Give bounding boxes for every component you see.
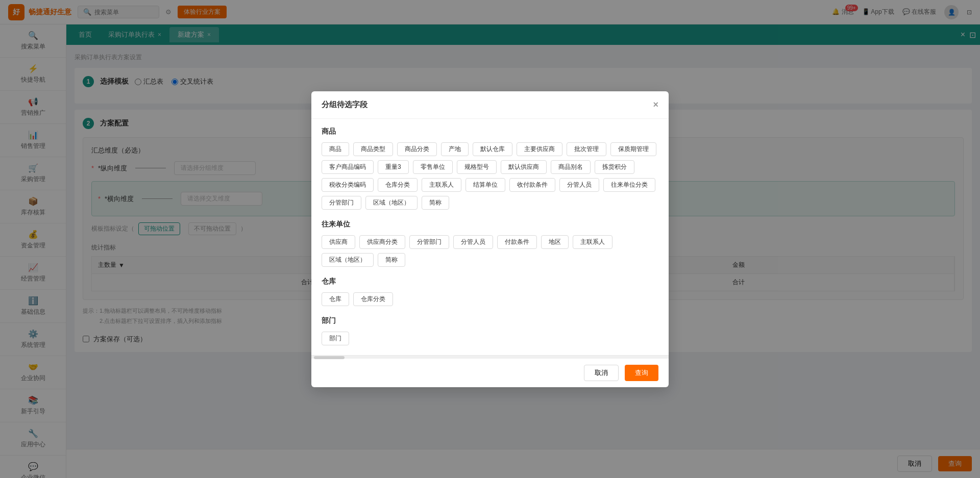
field-tag-default-supplier[interactable]: 默认供应商 bbox=[501, 160, 547, 174]
field-tag-warehouse[interactable]: 仓库 bbox=[322, 292, 349, 306]
field-tag-expiry-mgmt[interactable]: 保质期管理 bbox=[610, 142, 656, 156]
section-warehouse-title: 仓库 bbox=[322, 277, 658, 286]
field-tag-partner-category[interactable]: 往来单位分类 bbox=[603, 178, 655, 192]
field-tag-partner-payment[interactable]: 付款条件 bbox=[497, 235, 537, 249]
field-tag-manager[interactable]: 分管人员 bbox=[559, 178, 599, 192]
field-tag-tax-code[interactable]: 税收分类编码 bbox=[322, 178, 374, 192]
field-tag-warehouse-type[interactable]: 仓库分类 bbox=[353, 292, 393, 306]
field-tag-payment-terms[interactable]: 收付款条件 bbox=[509, 178, 555, 192]
field-tag-origin[interactable]: 产地 bbox=[441, 142, 469, 156]
field-tag-supplier-category[interactable]: 供应商分类 bbox=[359, 235, 405, 249]
section-partners-tags: 供应商 供应商分类 分管部门 分管人员 付款条件 地区 主联系人 区域（地区） … bbox=[322, 235, 658, 267]
section-department: 部门 部门 bbox=[322, 316, 658, 345]
field-tag-supplier[interactable]: 供应商 bbox=[322, 235, 355, 249]
section-warehouse-tags: 仓库 仓库分类 bbox=[322, 292, 658, 306]
field-tag-goods-type[interactable]: 商品类型 bbox=[353, 142, 393, 156]
modal-close-button[interactable]: × bbox=[653, 99, 658, 110]
field-tag-dept[interactable]: 分管部门 bbox=[322, 196, 361, 210]
field-tag-partner-short[interactable]: 简称 bbox=[378, 253, 405, 267]
scrollbar-thumb bbox=[314, 356, 345, 359]
field-tag-main-supplier[interactable]: 主要供应商 bbox=[517, 142, 562, 156]
field-tag-settlement-unit[interactable]: 结算单位 bbox=[465, 178, 505, 192]
field-tag-main-contact[interactable]: 主联系人 bbox=[422, 178, 461, 192]
section-department-tags: 部门 bbox=[322, 332, 658, 345]
field-tag-goods-category[interactable]: 商品分类 bbox=[397, 142, 437, 156]
field-tag-goods-alias[interactable]: 商品别名 bbox=[551, 160, 591, 174]
field-tag-retail-unit[interactable]: 零售单位 bbox=[413, 160, 453, 174]
field-selection-modal: 分组待选字段 × 商品 商品 商品类型 商品分类 产地 默认仓库 主要供应商 批… bbox=[311, 91, 669, 387]
field-tag-goods[interactable]: 商品 bbox=[322, 142, 349, 156]
section-department-title: 部门 bbox=[322, 316, 658, 325]
field-tag-department[interactable]: 部门 bbox=[322, 332, 349, 345]
modal-body[interactable]: 商品 商品 商品类型 商品分类 产地 默认仓库 主要供应商 批次管理 保质期管理… bbox=[311, 119, 669, 355]
section-partners-title: 往来单位 bbox=[322, 220, 658, 229]
modal-confirm-button[interactable]: 查询 bbox=[625, 365, 658, 381]
field-tag-partner-dept[interactable]: 分管部门 bbox=[409, 235, 449, 249]
section-partners: 往来单位 供应商 供应商分类 分管部门 分管人员 付款条件 地区 主联系人 区域… bbox=[322, 220, 658, 267]
section-goods: 商品 商品 商品类型 商品分类 产地 默认仓库 主要供应商 批次管理 保质期管理… bbox=[322, 127, 658, 210]
field-tag-warehouse-category[interactable]: 仓库分类 bbox=[378, 178, 418, 192]
field-tag-partner-manager[interactable]: 分管人员 bbox=[453, 235, 493, 249]
field-tag-default-warehouse[interactable]: 默认仓库 bbox=[473, 142, 512, 156]
field-tag-region[interactable]: 区域（地区） bbox=[365, 196, 418, 210]
modal-title: 分组待选字段 bbox=[322, 100, 368, 110]
field-tag-batch-mgmt[interactable]: 批次管理 bbox=[567, 142, 606, 156]
field-tag-partner-contact[interactable]: 主联系人 bbox=[573, 235, 612, 249]
section-warehouse: 仓库 仓库 仓库分类 bbox=[322, 277, 658, 306]
field-tag-weight[interactable]: 重量3 bbox=[378, 160, 409, 174]
section-goods-title: 商品 bbox=[322, 127, 658, 136]
field-tag-spec-model[interactable]: 规格型号 bbox=[457, 160, 497, 174]
modal-cancel-button[interactable]: 取消 bbox=[584, 365, 619, 381]
field-tag-short-name[interactable]: 简称 bbox=[422, 196, 449, 210]
section-goods-tags: 商品 商品类型 商品分类 产地 默认仓库 主要供应商 批次管理 保质期管理 客户… bbox=[322, 142, 658, 210]
modal-overlay: 分组待选字段 × 商品 商品 商品类型 商品分类 产地 默认仓库 主要供应商 批… bbox=[0, 0, 980, 478]
modal-horizontal-scrollbar[interactable] bbox=[311, 355, 669, 358]
field-tag-pick-points[interactable]: 拣货积分 bbox=[595, 160, 634, 174]
modal-footer: 取消 查询 bbox=[311, 358, 669, 387]
field-tag-customer-code[interactable]: 客户商品编码 bbox=[322, 160, 374, 174]
field-tag-partner-region[interactable]: 地区 bbox=[541, 235, 569, 249]
modal-header: 分组待选字段 × bbox=[311, 91, 669, 119]
field-tag-partner-area[interactable]: 区域（地区） bbox=[322, 253, 374, 267]
